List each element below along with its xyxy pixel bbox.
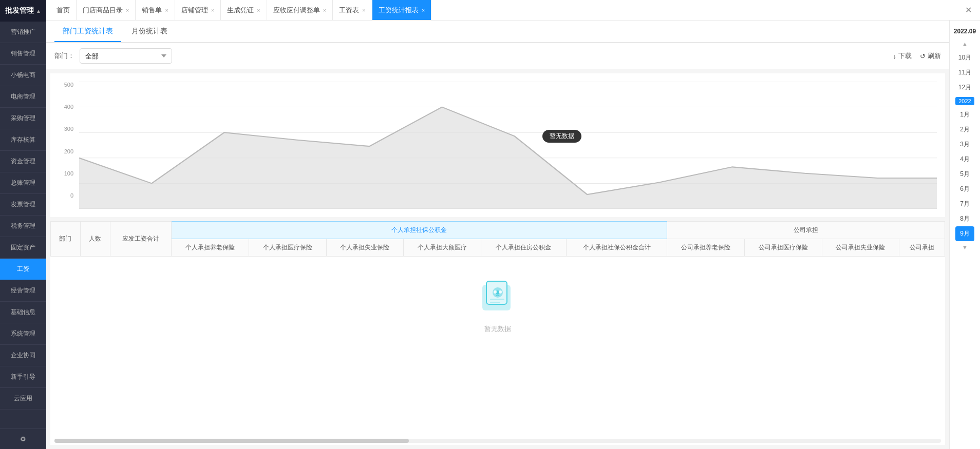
sidebar-item-企业协同[interactable]: 企业协同 (0, 345, 46, 366)
download-label: 下载 (898, 51, 912, 61)
chart-container: 500 400 300 200 100 0 (59, 82, 937, 209)
y-label-300: 300 (64, 126, 73, 132)
month-item-10月[interactable]: 10月 (955, 50, 974, 65)
refresh-icon: ↺ (920, 52, 926, 60)
sidebar-item-基础信息[interactable]: 基础信息 (0, 302, 46, 323)
download-button[interactable]: ↓ 下载 (893, 51, 912, 61)
sidebar-header[interactable]: 批发管理 ▲ (0, 0, 46, 22)
time-nav-up-button[interactable]: ▲ (959, 38, 971, 50)
svg-rect-11 (490, 299, 504, 300)
th-personal-major-medical: 个人承担大额医疗 (404, 239, 481, 257)
month-item-9月[interactable]: 9月 (955, 226, 974, 241)
empty-state: 暂无数据 (50, 257, 945, 354)
area-chart (79, 82, 937, 209)
tab-label: 店铺管理 (181, 6, 208, 15)
tab-生成凭证[interactable]: 生成凭证× (221, 0, 267, 21)
sidebar: 批发管理 ▲ 营销推广销售管理小畅电商电商管理采购管理库存核算资金管理总账管理发… (0, 0, 46, 449)
tab-label: 工资统计报表 (379, 6, 419, 15)
sidebar-item-税务管理[interactable]: 税务管理 (0, 216, 46, 237)
table-wrapper[interactable]: 部门 人数 应发工资合计 个人承担社保公积金 公司承担 个人承担养老保险 个人承… (50, 221, 945, 437)
tab-close-button[interactable]: × (165, 7, 168, 13)
sidebar-item-新手引导[interactable]: 新手引导 (0, 366, 46, 388)
month-item-8月[interactable]: 8月 (955, 211, 974, 226)
sidebar-item-系统管理[interactable]: 系统管理 (0, 323, 46, 345)
tab-close-button[interactable]: × (422, 7, 425, 13)
horizontal-scrollbar[interactable] (54, 439, 941, 443)
th-personal-total: 个人承担社保公积金合计 (566, 239, 667, 257)
sidebar-item-小畅电商[interactable]: 小畅电商 (0, 65, 46, 86)
tab-label: 工资表 (339, 6, 359, 15)
sidebar-item-发票管理[interactable]: 发票管理 (0, 194, 46, 216)
month-item-7月[interactable]: 7月 (955, 197, 974, 211)
sidebar-item-销售管理[interactable]: 销售管理 (0, 43, 46, 65)
tab-销售单[interactable]: 销售单× (136, 0, 175, 21)
scrollbar-thumb[interactable] (54, 439, 409, 443)
sub-tab-月份统计表[interactable]: 月份统计表 (123, 22, 176, 42)
dept-select[interactable]: 全部 (80, 48, 172, 64)
toolbar: 部门： 全部 ↓ 下载 ↺ 刷新 (46, 43, 949, 69)
y-label-200: 200 (64, 148, 73, 154)
month-item-5月[interactable]: 5月 (955, 167, 974, 182)
tab-close-button[interactable]: × (323, 7, 326, 13)
tab-label: 门店商品目录 (83, 6, 123, 15)
svg-point-13 (494, 290, 497, 294)
year-badge-2022[interactable]: 2022 (955, 97, 974, 105)
close-all-tabs-button[interactable]: ✕ (961, 5, 976, 15)
time-panel: 2022.09 ▲ 10月11月12月20221月2月3月4月5月6月7月8月9… (949, 21, 980, 449)
sidebar-item-工资[interactable]: 工资 (0, 259, 46, 280)
tab-应收应付调整单[interactable]: 应收应付调整单× (267, 0, 333, 21)
month-item-1月[interactable]: 1月 (955, 107, 974, 122)
download-icon: ↓ (893, 52, 897, 60)
th-headcount: 人数 (80, 222, 110, 257)
month-item-11月[interactable]: 11月 (955, 65, 974, 80)
month-item-4月[interactable]: 4月 (955, 152, 974, 167)
th-group-personal: 个人承担社保公积金 (172, 222, 667, 239)
dept-label: 部门： (54, 51, 74, 61)
th-company-medical: 公司承担医疗保险 (745, 239, 822, 257)
sidebar-item-固定资产[interactable]: 固定资产 (0, 237, 46, 259)
sub-tabs: 部门工资统计表月份统计表 (46, 21, 949, 43)
th-company-other: 公司承担 (899, 239, 945, 257)
refresh-label: 刷新 (928, 51, 941, 61)
main-area: 首页门店商品目录×销售单×店铺管理×生成凭证×应收应付调整单×工资表×工资统计报… (46, 0, 980, 449)
empty-text: 暂无数据 (484, 324, 511, 334)
tab-工资统计报表[interactable]: 工资统计报表× (372, 0, 431, 21)
tab-label: 生成凭证 (227, 6, 254, 15)
tab-close-button[interactable]: × (211, 7, 214, 13)
table-area: 部门 人数 应发工资合计 个人承担社保公积金 公司承担 个人承担养老保险 个人承… (50, 221, 945, 445)
tab-店铺管理[interactable]: 店铺管理× (175, 0, 221, 21)
sidebar-item-云应用[interactable]: 云应用 (0, 388, 46, 409)
time-nav-down-button[interactable]: ▼ (959, 241, 971, 253)
tab-工资表[interactable]: 工资表× (333, 0, 372, 21)
tab-close-button[interactable]: × (257, 7, 260, 13)
tab-close-button[interactable]: × (362, 7, 365, 13)
sub-tab-部门工资统计表[interactable]: 部门工资统计表 (54, 22, 121, 42)
y-label-500: 500 (64, 82, 73, 88)
th-personal-housing-fund: 个人承担住房公积金 (481, 239, 566, 257)
month-item-3月[interactable]: 3月 (955, 137, 974, 152)
svg-rect-12 (490, 302, 500, 303)
sidebar-item-营销推广[interactable]: 营销推广 (0, 22, 46, 43)
tab-首页[interactable]: 首页 (50, 0, 77, 21)
sidebar-item-经营管理[interactable]: 经营管理 (0, 280, 46, 302)
sidebar-item-库存核算[interactable]: 库存核算 (0, 129, 46, 151)
month-item-6月[interactable]: 6月 (955, 182, 974, 197)
sidebar-item-资金管理[interactable]: 资金管理 (0, 151, 46, 172)
tab-close-button[interactable]: × (126, 7, 129, 13)
month-item-2月[interactable]: 2月 (955, 122, 974, 137)
sidebar-item-采购管理[interactable]: 采购管理 (0, 108, 46, 129)
toolbar-actions: ↓ 下载 ↺ 刷新 (893, 51, 941, 61)
y-label-100: 100 (64, 170, 73, 177)
refresh-button[interactable]: ↺ 刷新 (920, 51, 941, 61)
sidebar-footer-settings[interactable]: ⚙ (0, 428, 46, 449)
sidebar-item-总账管理[interactable]: 总账管理 (0, 172, 46, 194)
sidebar-arrow-icon: ▲ (36, 8, 41, 14)
month-item-12月[interactable]: 12月 (955, 80, 974, 95)
sidebar-item-电商管理[interactable]: 电商管理 (0, 86, 46, 108)
time-panel-header: 2022.09 (952, 25, 978, 38)
tab-门店商品目录[interactable]: 门店商品目录× (77, 0, 136, 21)
th-group-company: 公司承担 (667, 222, 945, 239)
empty-icon (477, 277, 518, 318)
sidebar-title: 批发管理 (5, 6, 34, 15)
th-personal-medical: 个人承担医疗保险 (249, 239, 326, 257)
